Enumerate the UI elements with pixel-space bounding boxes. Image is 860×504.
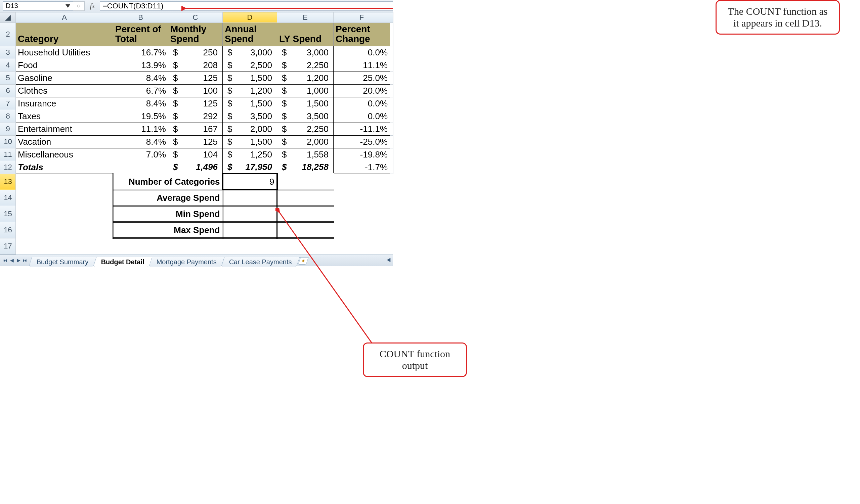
cell-ly[interactable]: $3,500 (277, 110, 333, 122)
cell-percent[interactable]: 7.0% (113, 148, 168, 161)
row-header-11[interactable]: 11 (0, 148, 16, 161)
cell-change[interactable]: 11.1% (333, 59, 390, 72)
cell-annual[interactable]: $1,200 (223, 84, 277, 97)
stat-value[interactable] (223, 206, 277, 222)
cell-ly[interactable]: $2,000 (277, 135, 333, 148)
header-monthly[interactable]: Monthly Spend (168, 23, 223, 46)
cell-annual[interactable]: $2,500 (223, 59, 277, 72)
cell-change[interactable]: -19.8% (333, 148, 390, 161)
cell-change[interactable]: 20.0% (333, 84, 390, 97)
cell-annual[interactable]: $3,000 (223, 46, 277, 59)
cell-category[interactable]: Miscellaneous (16, 148, 113, 161)
row-header-9[interactable]: 9 (0, 122, 16, 135)
stat-label[interactable]: Max Spend (113, 222, 223, 238)
cell-change[interactable]: 0.0% (333, 110, 390, 122)
formula-input[interactable]: =COUNT(D3:D11) (100, 1, 393, 11)
cell-monthly[interactable]: $250 (168, 46, 223, 59)
tab-nav-first-icon[interactable]: ⏮ (2, 257, 8, 263)
row-header-17[interactable]: 17 (0, 238, 16, 254)
stat-value[interactable] (223, 190, 277, 206)
cell-annual[interactable]: $1,500 (223, 72, 277, 84)
cell-percent[interactable]: 16.7% (113, 46, 168, 59)
cell-ly[interactable]: $1,558 (277, 148, 333, 161)
header-change[interactable]: Percent Change (333, 23, 390, 46)
cell-monthly[interactable]: $125 (168, 97, 223, 110)
tab-nav-last-icon[interactable]: ⏭ (22, 257, 28, 263)
row-header-5[interactable]: 5 (0, 72, 16, 84)
tab-nav-prev-icon[interactable]: ◀ (9, 257, 15, 263)
cell-monthly[interactable]: $167 (168, 122, 223, 135)
cell-percent[interactable]: 8.4% (113, 72, 168, 84)
col-header-A[interactable]: A (16, 12, 113, 23)
cell-ly[interactable]: $1,000 (277, 84, 333, 97)
cell-monthly[interactable]: $125 (168, 72, 223, 84)
row-header-13[interactable]: 13 (0, 174, 16, 190)
cell-annual[interactable]: $1,250 (223, 148, 277, 161)
stat-value[interactable] (223, 222, 277, 238)
cell-category[interactable]: Food (16, 59, 113, 72)
header-category[interactable]: Category (16, 23, 113, 46)
cell-percent[interactable]: 6.7% (113, 84, 168, 97)
stat-label[interactable]: Min Spend (113, 206, 223, 222)
name-box[interactable]: D13 (3, 1, 73, 11)
cell-ly[interactable]: $2,250 (277, 59, 333, 72)
cell-change[interactable]: 0.0% (333, 46, 390, 59)
cell-annual[interactable]: $1,500 (223, 135, 277, 148)
cell-category[interactable]: Clothes (16, 84, 113, 97)
horizontal-scroll-stub[interactable]: ⎸◀ (382, 257, 393, 263)
cell-percent[interactable]: 8.4% (113, 97, 168, 110)
cell-ly[interactable]: $1,500 (277, 97, 333, 110)
sheet-tab[interactable]: Mortgage Payments (149, 257, 225, 267)
totals-label[interactable]: Totals (16, 161, 113, 174)
sheet-tab[interactable]: Car Lease Payments (221, 257, 300, 267)
col-header-C[interactable]: C (168, 12, 223, 23)
row-header-14[interactable]: 14 (0, 190, 16, 206)
stat-label[interactable]: Number of Categories (113, 174, 223, 190)
header-annual[interactable]: Annual Spend (223, 23, 277, 46)
cell-change[interactable]: -11.1% (333, 122, 390, 135)
cell-ly[interactable]: $3,000 (277, 46, 333, 59)
row-header-8[interactable]: 8 (0, 110, 16, 122)
cell-ly[interactable]: $1,200 (277, 72, 333, 84)
col-header-G[interactable] (390, 12, 393, 23)
totals-ly[interactable]: $18,258 (277, 161, 333, 174)
row-header-10[interactable]: 10 (0, 135, 16, 148)
select-all-corner[interactable]: ◢ (0, 12, 16, 23)
col-header-E[interactable]: E (277, 12, 333, 23)
spreadsheet-grid[interactable]: ◢ A B C D E F 2 Category Percent of Tota… (0, 12, 393, 254)
cell-category[interactable]: Entertainment (16, 122, 113, 135)
cell-annual[interactable]: $1,500 (223, 97, 277, 110)
row-header-2[interactable]: 2 (0, 23, 16, 46)
row-header-7[interactable]: 7 (0, 97, 16, 110)
totals-monthly[interactable]: $1,496 (168, 161, 223, 174)
cell-annual[interactable]: $3,500 (223, 110, 277, 122)
col-header-F[interactable]: F (333, 12, 390, 23)
cell-monthly[interactable]: $125 (168, 135, 223, 148)
row-header-3[interactable]: 3 (0, 46, 16, 59)
stat-value[interactable]: 9 (223, 174, 277, 190)
cell-monthly[interactable]: $104 (168, 148, 223, 161)
col-header-B[interactable]: B (113, 12, 168, 23)
row-header-4[interactable]: 4 (0, 59, 16, 72)
cell-category[interactable]: Taxes (16, 110, 113, 122)
stat-label[interactable]: Average Spend (113, 190, 223, 206)
cell-monthly[interactable]: $208 (168, 59, 223, 72)
cell-change[interactable]: 0.0% (333, 97, 390, 110)
name-box-dropdown-icon[interactable] (66, 4, 70, 8)
row-header-6[interactable]: 6 (0, 84, 16, 97)
row-header-16[interactable]: 16 (0, 222, 16, 238)
tab-nav-next-icon[interactable]: ▶ (15, 257, 22, 263)
cell-change[interactable]: 25.0% (333, 72, 390, 84)
cell-monthly[interactable]: $100 (168, 84, 223, 97)
cell-category[interactable]: Gasoline (16, 72, 113, 84)
cell-annual[interactable]: $2,000 (223, 122, 277, 135)
totals-annual[interactable]: $17,950 (223, 161, 277, 174)
header-percent[interactable]: Percent of Total (113, 23, 168, 46)
cell-percent[interactable]: 11.1% (113, 122, 168, 135)
cell-category[interactable]: Insurance (16, 97, 113, 110)
fx-icon[interactable]: fx (85, 1, 100, 11)
totals-change[interactable]: -1.7% (333, 161, 390, 174)
row-header-12[interactable]: 12 (0, 161, 16, 174)
cell-percent[interactable]: 8.4% (113, 135, 168, 148)
cell-category[interactable]: Vacation (16, 135, 113, 148)
